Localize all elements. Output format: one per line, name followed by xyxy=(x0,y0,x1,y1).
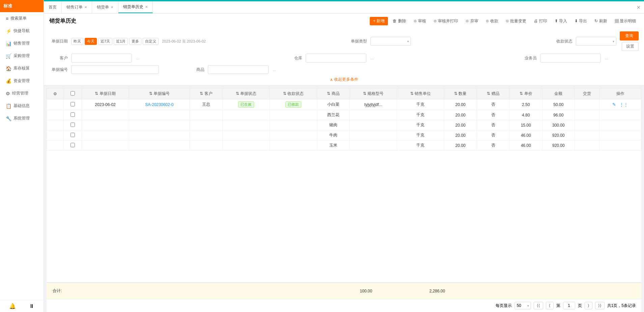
th-trade[interactable]: 交货 xyxy=(575,88,599,99)
inventory-icon: 🏠 xyxy=(6,66,11,71)
capital-mgmt-icon: 💰 xyxy=(6,78,11,84)
doc-no-input[interactable] xyxy=(71,65,159,74)
print-button[interactable]: 🖨 打印 xyxy=(531,17,550,25)
date-btn-today[interactable]: 今天 xyxy=(85,38,97,45)
th-pay-status[interactable]: ⇅ 收款状态 xyxy=(270,88,317,99)
sidebar-item-system-mgmt[interactable]: 🔧 系统管理 xyxy=(0,112,44,125)
batch-change-button[interactable]: ⊙ 批量变更 xyxy=(503,17,529,25)
doc-no-link[interactable]: SA-20230602-0 xyxy=(145,102,173,107)
pay-status-select[interactable] xyxy=(576,37,616,46)
th-unit-price[interactable]: ⇅ 单价 xyxy=(509,88,542,99)
tab-sales-delivery[interactable]: 销货单 ✕ xyxy=(92,1,118,13)
tab-sales-order-close[interactable]: ✕ xyxy=(84,5,87,9)
page-number-input[interactable] xyxy=(563,302,575,309)
tab-home[interactable]: 首页 xyxy=(44,1,62,13)
first-page-btn[interactable]: ⟨⟨ xyxy=(534,302,543,309)
audit-print-button[interactable]: ⊙ 审核并打印 xyxy=(431,17,461,25)
date-btn-1month[interactable]: 近1月 xyxy=(114,38,128,45)
customer-dots[interactable]: ... xyxy=(136,56,139,60)
th-doc-no[interactable]: ⇅ 单据编号 xyxy=(129,88,190,99)
td-checkbox[interactable] xyxy=(64,140,82,151)
sidebar-item-base-info[interactable]: 📋 基础信息 xyxy=(0,100,44,112)
per-page-select[interactable]: 10 20 50 100 xyxy=(514,302,531,309)
th-goods[interactable]: ⇅ 商品 xyxy=(317,88,349,99)
td-settings xyxy=(47,140,64,151)
import-button[interactable]: ⬆ 导入 xyxy=(552,17,570,25)
export-button[interactable]: ⬇ 导出 xyxy=(572,17,590,25)
next-page-btn[interactable]: ⟩ xyxy=(585,302,592,309)
th-customer[interactable]: ⇅ 客户 xyxy=(190,88,223,99)
select-all-checkbox[interactable] xyxy=(71,91,75,96)
set-button[interactable]: 设置 xyxy=(622,42,639,51)
th-gift[interactable]: ⇅ 赠品 xyxy=(477,88,509,99)
new-button[interactable]: + 新增 xyxy=(370,17,388,25)
row-checkbox[interactable] xyxy=(71,112,75,117)
td-checkbox[interactable] xyxy=(64,130,82,140)
edit-btn[interactable]: ✎ xyxy=(611,102,617,107)
collapse-btn[interactable]: ∧ 收起更多条件 xyxy=(49,77,639,82)
salesman-input[interactable] xyxy=(540,54,601,62)
th-quantity-sort: ⇅ xyxy=(454,91,457,96)
show-detail-button[interactable]: ▦ 显示明细 xyxy=(612,17,639,25)
row-checkbox[interactable] xyxy=(71,133,75,137)
abandon-button[interactable]: ⊙ 弃审 xyxy=(463,17,481,25)
th-doc-date-sort: ⇅ xyxy=(95,91,98,96)
th-settings[interactable]: ⚙ xyxy=(47,88,64,99)
td-checkbox[interactable] xyxy=(64,110,82,120)
date-btn-custom[interactable]: 自定义 xyxy=(143,38,159,45)
refresh-button[interactable]: ↻ 刷新 xyxy=(592,17,610,25)
th-spec[interactable]: ⇅ 规格型号 xyxy=(349,88,397,99)
more-btn[interactable]: ⋮⋮ xyxy=(618,102,629,107)
last-page-btn[interactable]: ⟩⟩ xyxy=(595,302,605,309)
summary-data-row: 合计: 100.00 2,286.00 xyxy=(47,286,641,295)
query-button[interactable]: 查询 xyxy=(620,31,639,41)
sidebar-item-capital-mgmt[interactable]: 💰 资金管理 xyxy=(0,75,44,87)
th-doc-date[interactable]: ⇅ 单据日期 xyxy=(82,88,129,99)
th-doc-status-label: 单据状态 xyxy=(240,91,256,96)
tab-close-all[interactable]: ✕ xyxy=(633,5,644,10)
sidebar-item-inventory[interactable]: 🏠 库存核算 xyxy=(0,62,44,75)
collect-button[interactable]: ⊙ 收款 xyxy=(483,17,501,25)
customer-input[interactable] xyxy=(71,54,132,62)
row-checkbox[interactable] xyxy=(71,123,75,127)
sidebar-item-operation-mgmt[interactable]: ⚙ 经营管理 xyxy=(0,87,44,100)
goods-dots[interactable]: ... xyxy=(273,67,276,72)
tab-sales-history[interactable]: 销货单历史 ✕ xyxy=(118,1,153,13)
doc-type-select[interactable] xyxy=(370,37,411,46)
th-unit[interactable]: ⇅ 销售单位 xyxy=(397,88,444,99)
table-container[interactable]: ⚙ ⇅ 单据日期 ⇅ 单据编号 ⇅ xyxy=(47,88,641,282)
row-checkbox[interactable] xyxy=(71,102,75,106)
date-btn-7days[interactable]: 近7天 xyxy=(98,38,112,45)
td-checkbox[interactable] xyxy=(64,120,82,130)
td-customer xyxy=(190,130,223,140)
audit-button[interactable]: ⊙ 审核 xyxy=(411,17,429,25)
sidebar-item-base-info-label: 基础信息 xyxy=(13,103,30,109)
prev-page-btn[interactable]: ⟨ xyxy=(546,302,554,309)
sidebar-item-quick-nav[interactable]: ⚡ 快捷导航 xyxy=(0,25,44,37)
th-operation-label: 操作 xyxy=(616,91,624,96)
th-amount[interactable]: 金额 xyxy=(542,88,575,99)
td-spec: tyjyjtyjdf... xyxy=(349,99,397,110)
tab-sales-delivery-close[interactable]: ✕ xyxy=(111,5,113,9)
warehouse-input[interactable] xyxy=(306,54,366,62)
sidebar: 标准 ≡ 搜索菜单 ⚡ 快捷导航 📊 销售管理 🛒 采购管理 🏠 库存核算 💰 … xyxy=(0,0,44,312)
warehouse-dots[interactable]: ... xyxy=(370,56,374,60)
filter-area: 单据日期 昨天 今天 近7天 近1月 更多 自定义 2023-06-02 至 2… xyxy=(44,29,644,85)
notification-icon[interactable]: 🔔 xyxy=(9,303,16,309)
salesman-dots[interactable]: ... xyxy=(605,56,608,60)
tab-sales-order[interactable]: 销售订单 ✕ xyxy=(62,1,92,13)
sidebar-item-search-menu[interactable]: ≡ 搜索菜单 xyxy=(0,12,44,25)
th-checkbox[interactable] xyxy=(64,88,82,99)
tab-sales-history-close[interactable]: ✕ xyxy=(145,5,148,9)
td-checkbox[interactable] xyxy=(64,99,82,110)
date-btn-yesterday[interactable]: 昨天 xyxy=(71,38,83,45)
delete-button[interactable]: 🗑 删除 xyxy=(390,17,409,25)
sidebar-item-purchase-mgmt[interactable]: 🛒 采购管理 xyxy=(0,50,44,62)
th-doc-status[interactable]: ⇅ 单据状态 xyxy=(223,88,270,99)
row-checkbox[interactable] xyxy=(71,143,75,147)
goods-input[interactable] xyxy=(208,65,269,74)
th-quantity[interactable]: ⇅ 数量 xyxy=(444,88,477,99)
date-btn-more[interactable]: 更多 xyxy=(129,38,141,45)
pause-icon[interactable]: ⏸ xyxy=(29,303,34,309)
sidebar-item-sales-mgmt[interactable]: 📊 销售管理 xyxy=(0,37,44,50)
